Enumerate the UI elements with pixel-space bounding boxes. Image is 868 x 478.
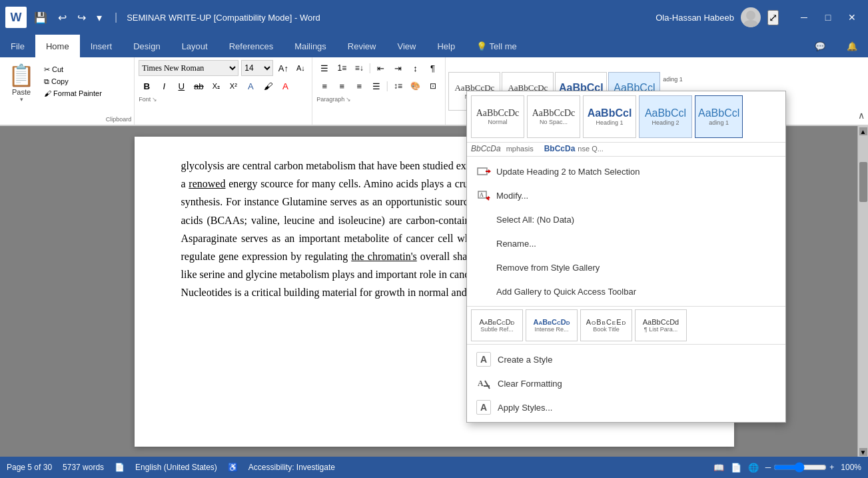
undo-button[interactable]: ↩ — [55, 10, 70, 25]
tab-layout[interactable]: Layout — [171, 35, 218, 57]
rename-icon — [476, 236, 491, 251]
strikethrough-button[interactable]: ab — [191, 78, 207, 94]
increase-indent-button[interactable]: ⇥ — [390, 60, 406, 76]
decrease-font-button[interactable]: A↓ — [293, 61, 308, 75]
shading-button[interactable]: 🎨 — [408, 78, 424, 94]
paragraph-group: ☰ 1≡ ≡↓ | ⇤ ⇥ ↕ ¶ ≡ ≡ ≡ ☰ | ↕≡ 🎨 ⊡ Parag… — [312, 57, 446, 125]
zoom-range[interactable] — [773, 462, 827, 473]
tab-mailings[interactable]: Mailings — [284, 35, 337, 57]
font-name-select[interactable]: Times New Roman — [139, 60, 238, 76]
tab-help[interactable]: Help — [426, 35, 466, 57]
clear-formatting-item[interactable]: A Clear Formatting — [467, 371, 785, 395]
view-web-button[interactable]: 🌐 — [748, 463, 759, 473]
customize-qa-button[interactable]: ▾ — [93, 10, 105, 25]
tab-review[interactable]: Review — [337, 35, 387, 57]
styles-dropdown: AaBbCcDc Normal AaBbCcDc No Spac... AaBb… — [466, 91, 786, 423]
paste-button[interactable]: 📋 Paste ▾ — [3, 60, 40, 125]
tab-search[interactable]: 💡 Tell me — [466, 35, 528, 57]
modify-item[interactable]: A Modify... — [467, 183, 785, 207]
tab-file[interactable]: File — [0, 35, 35, 57]
minimize-button[interactable]: ─ — [793, 8, 815, 27]
svg-text:A: A — [478, 379, 484, 388]
remove-gallery-icon — [476, 260, 491, 275]
zoom-slider[interactable]: ─ + — [765, 462, 835, 473]
borders-button[interactable]: ⊡ — [425, 78, 441, 94]
bold-button[interactable]: B — [139, 78, 155, 94]
redo-button[interactable]: ↪ — [74, 10, 89, 25]
paragraph-dialog-button[interactable]: ↘ — [346, 96, 351, 103]
align-left-button[interactable]: ≡ — [316, 78, 332, 94]
multilevel-list-button[interactable]: ≡↓ — [351, 60, 367, 76]
select-all-item[interactable]: Select All: (No Data) — [467, 207, 785, 231]
language: English (United States) — [135, 463, 217, 472]
title-bar-left: W 💾 ↩ ↪ ▾ | SEMINAR WRITE-UP [Compatibil… — [5, 7, 320, 28]
superscript-button[interactable]: X² — [225, 78, 241, 94]
font-color-button[interactable]: A — [277, 78, 293, 94]
word-app-icon: W — [5, 7, 27, 28]
svg-marker-4 — [488, 169, 491, 173]
dropdown-menu: Update Heading 2 to Match Selection A Mo… — [467, 157, 785, 307]
status-bar-right: 📖 📄 🌐 ─ + 100% — [713, 462, 861, 473]
view-read-button[interactable]: 📖 — [713, 463, 724, 473]
sort-button[interactable]: ↕ — [408, 60, 424, 76]
dd-book-title[interactable]: AoBbCeEd Book Title — [580, 309, 632, 341]
highlight-color-button[interactable]: 🖌 — [260, 78, 276, 94]
tab-view[interactable]: View — [386, 35, 426, 57]
subscript-button[interactable]: X₂ — [208, 78, 224, 94]
remove-gallery-item[interactable]: Remove from Style Gallery — [467, 255, 785, 279]
numbering-button[interactable]: 1≡ — [334, 60, 350, 76]
title-bar-right: Ola-Hassan Habeeb ⤢ ─ □ ✕ — [655, 7, 863, 27]
vertical-scrollbar[interactable]: ▲ ▼ — [857, 126, 868, 457]
line-spacing-button[interactable]: ↕≡ — [390, 78, 406, 94]
dd-intense-ref[interactable]: AaBbCcDd Intense Re... — [526, 309, 578, 341]
dd-subtle-ref[interactable]: AaBbCcDd Subtle Ref... — [471, 309, 523, 341]
create-style-label: Create a Style — [498, 355, 552, 365]
font-size-select[interactable]: 14 — [241, 60, 273, 76]
underline-button[interactable]: U — [173, 78, 189, 94]
status-bar: Page 5 of 30 5737 words 📄 English (Unite… — [0, 457, 868, 478]
apply-styles-item[interactable]: A Apply Styles... — [467, 395, 785, 419]
save-button[interactable]: 💾 — [31, 10, 51, 25]
add-gallery-icon — [476, 284, 491, 299]
comments-button[interactable]: 🔔 — [836, 35, 868, 57]
dd-style-heading2[interactable]: AaBbCcl Heading 2 — [639, 95, 692, 138]
styles-collapse-button[interactable]: ∧ — [855, 57, 868, 125]
share-button[interactable]: 💬 — [804, 35, 836, 57]
italic-button[interactable]: I — [156, 78, 172, 94]
page-info: Page 5 of 30 — [7, 463, 52, 472]
show-marks-button[interactable]: ¶ — [425, 60, 441, 76]
update-heading-item[interactable]: Update Heading 2 to Match Selection — [467, 159, 785, 183]
select-all-label: Select All: (No Data) — [496, 215, 574, 225]
focus-mode-button[interactable]: ⤢ — [767, 10, 779, 25]
dd-style-heading1[interactable]: AaBbCcl Heading 1 — [583, 95, 636, 138]
align-right-button[interactable]: ≡ — [351, 78, 367, 94]
align-center-button[interactable]: ≡ — [334, 78, 350, 94]
tab-insert[interactable]: Insert — [80, 35, 123, 57]
justify-button[interactable]: ☰ — [368, 78, 384, 94]
clear-formatting-icon: A — [476, 376, 491, 391]
close-button[interactable]: ✕ — [841, 8, 863, 27]
tab-home[interactable]: Home — [35, 35, 80, 57]
cut-button[interactable]: ✂ Cut — [41, 64, 105, 75]
dd-style-no-spacing[interactable]: AaBbCcDc No Spac... — [527, 95, 580, 138]
copy-button[interactable]: ⧉ Copy — [41, 76, 105, 87]
view-print-button[interactable]: 📄 — [731, 463, 741, 473]
format-painter-button[interactable]: 🖌 Format Painter — [41, 88, 105, 99]
svg-rect-2 — [478, 168, 487, 175]
dd-list-para[interactable]: AaBbCcDd ¶ List Para... — [635, 309, 687, 341]
add-gallery-item[interactable]: Add Gallery to Quick Access Toolbar — [467, 279, 785, 303]
decrease-indent-button[interactable]: ⇤ — [373, 60, 389, 76]
tab-references[interactable]: References — [218, 35, 284, 57]
clipboard-group: 📋 Paste ▾ ✂ Cut ⧉ Copy 🖌 Format Painter … — [0, 57, 135, 125]
maximize-button[interactable]: □ — [817, 8, 839, 27]
create-style-item[interactable]: A Create a Style — [467, 347, 785, 371]
text-effects-button[interactable]: A — [242, 78, 258, 94]
tab-design[interactable]: Design — [123, 35, 171, 57]
increase-font-button[interactable]: A↑ — [276, 61, 290, 75]
font-dialog-button[interactable]: ↘ — [152, 96, 157, 103]
font-label: Font — [139, 96, 151, 103]
bullets-button[interactable]: ☰ — [316, 60, 332, 76]
update-heading-label: Update Heading 2 to Match Selection — [496, 167, 640, 177]
rename-item[interactable]: Rename... — [467, 231, 785, 255]
dd-style-normal[interactable]: AaBbCcDc Normal — [471, 95, 524, 138]
